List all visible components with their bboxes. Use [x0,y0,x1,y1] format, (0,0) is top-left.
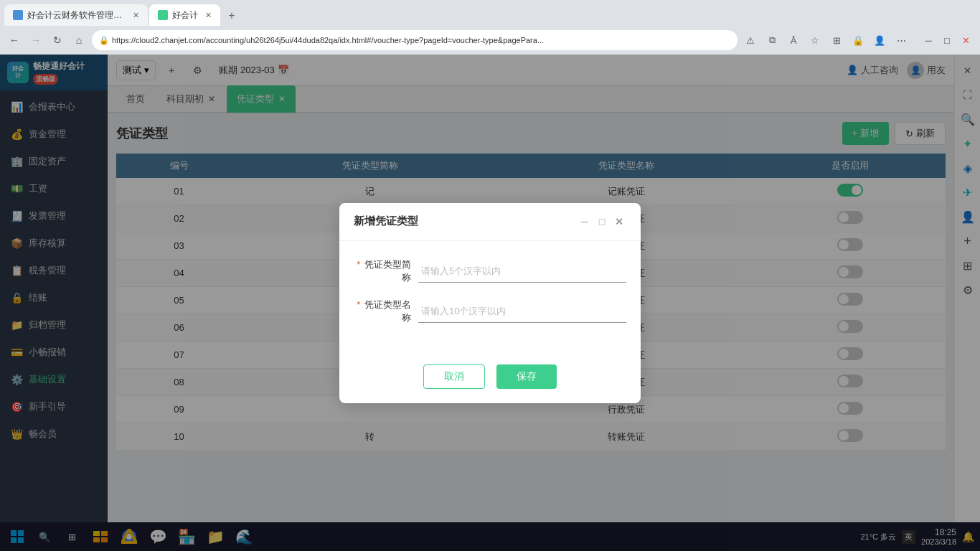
modal-header: 新增凭证类型 ─ □ ✕ [339,203,641,241]
tab1-favicon [13,10,23,20]
tab2-label: 好会计 [172,9,198,22]
browser-addressbar: ← → ↻ ⌂ 🔒 https://cloud2.chanjet.com/acc… [0,26,980,55]
full-name-input[interactable] [418,300,626,323]
full-required-mark: * [357,299,360,310]
forward-button[interactable]: → [27,32,44,49]
modal-dialog: 新增凭证类型 ─ □ ✕ * 凭证类型简称 * 凭证类型名称 [339,203,641,403]
modal-overlay: 新增凭证类型 ─ □ ✕ * 凭证类型简称 * 凭证类型名称 [0,55,980,551]
new-tab-button[interactable]: + [222,6,242,26]
extension-btn-1[interactable]: ⚠ [742,32,759,49]
browser-tabs-bar: 好会计云财务软件管理系统_会计 ✕ 好会计 ✕ + [0,0,980,26]
full-name-text: 凭证类型名称 [364,299,411,323]
modal-footer: 取消 保存 [339,356,641,403]
back-button[interactable]: ← [6,32,23,49]
reload-button[interactable]: ↻ [49,32,66,49]
extension-btn-3[interactable]: Ā [785,32,802,49]
browser-chrome: 好会计云财务软件管理系统_会计 ✕ 好会计 ✕ + ← → ↻ ⌂ 🔒 http… [0,0,980,55]
modal-controls: ─ □ ✕ [578,215,626,229]
home-button[interactable]: ⌂ [70,32,88,49]
form-row-full: * 凭证类型名称 [354,298,626,324]
browser-tab-1[interactable]: 好会计云财务软件管理系统_会计 ✕ [4,4,148,26]
short-name-text: 凭证类型简称 [364,259,411,283]
tab2-close[interactable]: ✕ [205,11,212,20]
save-button[interactable]: 保存 [496,364,557,389]
extension-btn-2[interactable]: ⧉ [763,32,781,49]
modal-title: 新增凭证类型 [354,215,418,228]
close-window-button[interactable]: ✕ [957,32,974,49]
modal-body: * 凭证类型简称 * 凭证类型名称 [339,241,641,356]
extension-btn-7[interactable]: 👤 [871,32,888,49]
url-text: https://cloud2.chanjet.com/accounting/uh… [112,36,730,44]
full-name-label: * 凭证类型名称 [354,298,418,324]
extension-btn-6[interactable]: 🔒 [849,32,867,49]
url-lock-icon: 🔒 [99,36,109,45]
extension-btn-4[interactable]: ☆ [806,32,824,49]
short-required-mark: * [357,259,360,270]
tab2-favicon [158,10,168,20]
form-row-short: * 凭证类型简称 [354,258,626,284]
modal-close-btn[interactable]: ✕ [612,215,626,229]
short-name-label: * 凭证类型简称 [354,258,418,284]
modal-minimize-btn[interactable]: ─ [578,215,592,229]
extension-btn-5[interactable]: ⊞ [828,32,845,49]
short-name-input[interactable] [418,260,626,283]
tab1-close[interactable]: ✕ [133,11,139,20]
tab1-label: 好会计云财务软件管理系统_会计 [27,9,126,22]
minimize-button[interactable]: ─ [920,32,937,49]
more-button[interactable]: ⋯ [892,32,910,49]
maximize-button[interactable]: □ [938,32,956,49]
browser-tab-2[interactable]: 好会计 ✕ [149,4,220,26]
url-bar[interactable]: 🔒 https://cloud2.chanjet.com/accounting/… [92,30,738,50]
modal-expand-btn[interactable]: □ [595,215,609,229]
cancel-button[interactable]: 取消 [423,364,485,389]
